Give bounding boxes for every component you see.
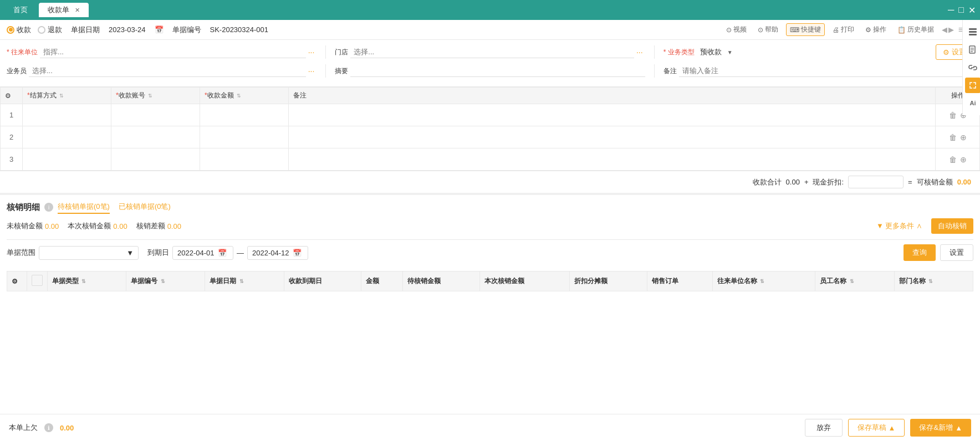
- summary-input[interactable]: [350, 65, 645, 77]
- payment-method-col-header: *结算方式 ⇅: [23, 88, 111, 104]
- store-more-btn[interactable]: ···: [634, 48, 645, 57]
- operation-btn[interactable]: ⚙ 操作: [862, 24, 890, 35]
- divider-4: [654, 64, 655, 78]
- row-3-remarks[interactable]: [289, 148, 936, 171]
- sidebar-expand-icon[interactable]: [965, 78, 980, 93]
- counterpart-input[interactable]: [40, 46, 306, 58]
- salesperson-more-btn[interactable]: ···: [306, 66, 317, 75]
- discount-input[interactable]: [848, 176, 904, 188]
- divider-3: [325, 64, 326, 78]
- save-draft-button[interactable]: 保存草稿 ▲: [848, 419, 905, 437]
- refund-radio[interactable]: 退款: [38, 25, 62, 35]
- main-container: 收款 退款 单据日期 2023-03-24 📅 单据编号 SK-20230324…: [0, 20, 980, 441]
- row-2-account[interactable]: [111, 126, 200, 148]
- verification-info-icon[interactable]: i: [44, 203, 53, 212]
- footer-buttons: 放弃 保存草稿 ▲ 保存&新增 ▲: [805, 419, 971, 437]
- window-minimize-icon[interactable]: ─: [948, 5, 954, 16]
- row-2-delete-icon[interactable]: 🗑: [949, 133, 957, 142]
- calendar-icon[interactable]: 📅: [155, 25, 164, 34]
- tab-receipt[interactable]: 收款单 ✕: [39, 3, 89, 17]
- receipt-table: ⚙ *结算方式 ⇅ *收款账号 ⇅ *收款金额 ⇅ 备注 操作: [0, 87, 980, 171]
- shortcut-btn[interactable]: ⌨ 快捷键: [786, 23, 825, 36]
- settings-col-header[interactable]: ⚙: [1, 88, 23, 104]
- row-1-amount[interactable]: [200, 104, 289, 126]
- row-1-remarks[interactable]: [289, 104, 936, 126]
- date-value[interactable]: 2023-03-24: [109, 25, 146, 34]
- verification-title: 核销明细: [7, 202, 40, 213]
- tab-home[interactable]: 首页: [4, 3, 37, 17]
- counterpart-more-btn[interactable]: ···: [306, 48, 317, 57]
- next-arrow[interactable]: ▶: [948, 25, 954, 34]
- sidebar-document-icon[interactable]: [965, 42, 980, 58]
- right-sidebar: Ai: [962, 20, 980, 115]
- remarks-input[interactable]: [679, 65, 973, 77]
- summary-field: 摘要: [335, 65, 645, 77]
- range-select[interactable]: ▼: [39, 246, 139, 260]
- store-input[interactable]: [350, 46, 634, 58]
- remarks-label: 备注: [663, 66, 677, 76]
- verification-title-row: 核销明细 i 待核销单据(0笔) 已核销单据(0笔): [7, 201, 973, 214]
- pending-tab[interactable]: 待核销单据(0笔): [58, 201, 110, 214]
- sort-icon-account: ⇅: [148, 93, 152, 99]
- this-order-value: 0.00: [60, 424, 74, 432]
- completed-tab[interactable]: 已核销单据(0笔): [119, 201, 171, 214]
- row-2-amount[interactable]: [200, 126, 289, 148]
- auto-verification-btn[interactable]: 自动核销: [931, 218, 973, 234]
- prev-arrow[interactable]: ◀: [942, 25, 947, 34]
- business-type-select[interactable]: 预收款 ▼: [697, 45, 936, 59]
- discard-button[interactable]: 放弃: [805, 419, 843, 437]
- due-end-date[interactable]: 2022-04-12 📅: [247, 246, 308, 260]
- number-value: SK-20230324-001: [210, 25, 269, 34]
- row-3-copy-icon[interactable]: ⊕: [960, 155, 967, 164]
- diff-value: 0.00: [167, 222, 181, 230]
- date-separator: —: [237, 249, 244, 257]
- bt-select-all-checkbox[interactable]: [32, 275, 43, 286]
- video-btn[interactable]: ⊙ 视频: [723, 24, 750, 35]
- row-2-copy-icon[interactable]: ⊕: [960, 133, 967, 142]
- window-maximize-icon[interactable]: □: [958, 5, 964, 16]
- setting-button-sm[interactable]: 设置: [940, 244, 973, 261]
- row-3-payment[interactable]: [23, 148, 111, 171]
- row-1-delete-icon[interactable]: 🗑: [949, 111, 957, 120]
- bt-settings-col[interactable]: ⚙: [7, 271, 27, 291]
- print-btn[interactable]: 🖨 打印: [829, 24, 858, 35]
- due-date-label: 到期日: [147, 248, 169, 258]
- due-start-date[interactable]: 2022-04-01 📅: [172, 246, 233, 260]
- form-section: * 往来单位 ··· 门店 ··· * 业务类型 预收款 ▼ ⚙: [0, 40, 980, 87]
- bt-docdate-col: 单据日期 ⇅: [205, 271, 284, 291]
- business-type-value: 预收款: [697, 45, 725, 59]
- row-1-account[interactable]: [111, 104, 200, 126]
- history-btn[interactable]: 📋 历史单据: [894, 24, 937, 35]
- sidebar-ai-label[interactable]: Ai: [965, 95, 980, 111]
- tab-bar-right: ─ □ ✕: [948, 5, 976, 16]
- account-col-header: *收款账号 ⇅: [111, 88, 200, 104]
- help-btn[interactable]: ⊙ 帮助: [754, 24, 782, 35]
- filter-row: 单据范围 ▼ 到期日 2022-04-01 📅 — 2022-04-12 📅: [7, 239, 973, 265]
- diff-label: 核销差额: [136, 221, 165, 231]
- save-new-button[interactable]: 保存&新增 ▲: [910, 419, 971, 437]
- row-1-payment[interactable]: [23, 104, 111, 126]
- tab-close-icon[interactable]: ✕: [75, 7, 80, 13]
- row-3-delete-icon[interactable]: 🗑: [949, 155, 957, 164]
- salesperson-input[interactable]: [29, 65, 306, 77]
- date-label: 单据日期: [71, 25, 100, 35]
- diff-stat: 核销差额 0.00: [136, 221, 181, 231]
- form-row-1: * 往来单位 ··· 门店 ··· * 业务类型 预收款 ▼ ⚙: [7, 44, 973, 60]
- row-2-payment[interactable]: [23, 126, 111, 148]
- more-conditions-btn[interactable]: ▼ 更多条件 ∧: [876, 221, 922, 231]
- store-field: 门店 ···: [335, 46, 645, 58]
- refund-radio-label: 退款: [48, 25, 62, 35]
- range-label: 单据范围: [7, 248, 35, 258]
- due-end-value: 2022-04-12: [252, 249, 289, 257]
- row-3-amount[interactable]: [200, 148, 289, 171]
- row-3-account[interactable]: [111, 148, 200, 171]
- unverified-stat: 未核销金额 0.00: [7, 221, 59, 231]
- number-label: 单据编号: [172, 25, 201, 35]
- footer-info-icon[interactable]: ℹ: [44, 423, 53, 432]
- receipt-radio[interactable]: 收款: [7, 25, 31, 35]
- sidebar-table-icon[interactable]: [965, 24, 980, 40]
- sidebar-link-icon[interactable]: [965, 60, 980, 75]
- row-2-remarks[interactable]: [289, 126, 936, 148]
- query-button[interactable]: 查询: [904, 244, 936, 261]
- window-close-icon[interactable]: ✕: [968, 5, 976, 16]
